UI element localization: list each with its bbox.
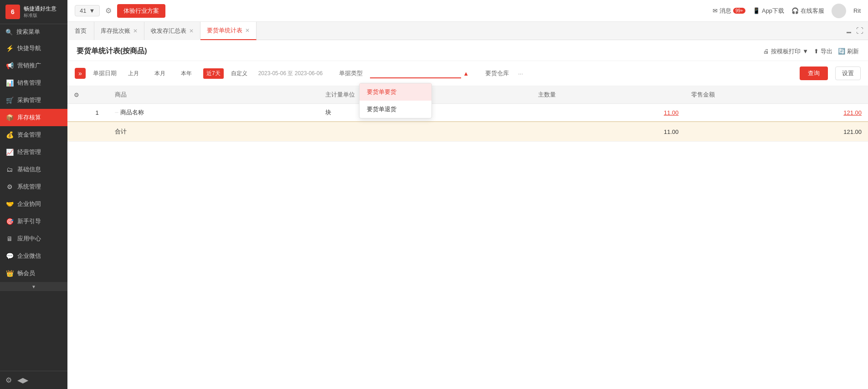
refresh-button[interactable]: 🔄 刷新 <box>838 47 859 56</box>
footer-label: 合计 <box>108 122 319 142</box>
td-empty <box>67 104 86 122</box>
sidebar-item-label: 企业协同 <box>17 200 41 208</box>
tab-receipts-summary-label: 收发存汇总表 <box>151 27 186 35</box>
app-download-label: App下载 <box>762 7 784 15</box>
th-seq <box>86 86 108 104</box>
sidebar-item-operation[interactable]: 📈 经营管理 <box>0 143 67 161</box>
print-dropdown-icon: ▼ <box>802 48 808 55</box>
sidebar-item-label: 经营管理 <box>17 148 41 156</box>
vip-icon: 👑 <box>5 270 14 277</box>
topbar-right: ✉ 消息 99+ 📱 App下载 🎧 在线客服 Rit <box>713 4 861 18</box>
settings-footer-icon[interactable]: ⚙ <box>5 376 12 384</box>
sidebar-item-vip[interactable]: 👑 畅会员 <box>0 265 67 282</box>
trial-industry-button[interactable]: 体验行业方案 <box>117 4 165 18</box>
query-button[interactable]: 查询 <box>800 67 828 80</box>
last-7-days-btn[interactable]: 近7天 <box>203 68 224 79</box>
cooperation-icon: 🤝 <box>5 200 14 208</box>
sidebar-item-label: 资金管理 <box>17 131 41 139</box>
tab-order-summary[interactable]: 要货单统计表 ✕ <box>200 22 257 40</box>
amount-link[interactable]: 121.00 <box>843 109 862 116</box>
this-year-btn[interactable]: 本年 <box>177 68 196 79</box>
sidebar-item-finance[interactable]: 💰 资金管理 <box>0 126 67 143</box>
sidebar-item-label: 企业微信 <box>17 252 41 260</box>
tab-receipts-summary-close[interactable]: ✕ <box>189 28 194 34</box>
sidebar-footer: ⚙ ◀▶ <box>0 371 67 389</box>
quantity-link[interactable]: 11.00 <box>664 109 679 116</box>
sidebar-item-appstore[interactable]: 🖥 应用中心 <box>0 230 67 247</box>
th-amount: 零售金额 <box>685 86 868 104</box>
sidebar-item-cooperation[interactable]: 🤝 企业协同 <box>0 195 67 213</box>
type-dropdown-icon[interactable]: ▲ <box>463 70 469 77</box>
sidebar-scroll-down[interactable]: ▼ <box>0 282 67 291</box>
tab-order-summary-close[interactable]: ✕ <box>245 27 250 34</box>
appstore-icon: 🖥 <box>5 235 14 242</box>
table-header: ⚙ 商品 主计量单位 主数量 零售金额 <box>67 86 868 104</box>
refresh-label: 刷新 <box>847 47 859 56</box>
brand-name: 畅捷通好生意 <box>24 5 56 13</box>
filter-area: » 单据日期 上月 本月 本年 近7天 自定义 2023-05-06 至 202… <box>67 61 868 86</box>
date-label: 单据日期 <box>93 69 117 77</box>
dropdown-item-purchase-order[interactable]: 要货单要货 <box>360 83 431 101</box>
sidebar: 6 畅捷通好生意 标准版 🔍 搜索菜单 ⚡ 快捷导航 📢 营销推广 📊 销售管理… <box>0 0 67 389</box>
this-month-btn[interactable]: 本月 <box>150 68 169 79</box>
filter-row: » 单据日期 上月 本月 本年 近7天 自定义 2023-05-06 至 202… <box>75 67 861 80</box>
tab-inventory-batch[interactable]: 库存批次账 ✕ <box>94 22 144 40</box>
sidebar-item-purchase[interactable]: 🛒 采购管理 <box>0 92 67 109</box>
search-menu-label: 搜索菜单 <box>16 28 40 36</box>
tabs-minimize-icon[interactable]: 🗕 <box>845 27 853 35</box>
sidebar-item-label: 畅会员 <box>17 269 35 277</box>
tab-receipts-summary[interactable]: 收发存汇总表 ✕ <box>144 22 200 40</box>
sidebar-item-inventory[interactable]: 📦 库存核算 <box>0 109 67 126</box>
message-button[interactable]: ✉ 消息 99+ <box>713 7 745 15</box>
sidebar-item-quick-nav[interactable]: ⚡ 快捷导航 <box>0 40 67 57</box>
filter-expand-button[interactable]: » <box>75 68 86 79</box>
tabs-maximize-icon[interactable]: ⛶ <box>856 27 863 35</box>
sidebar-item-sales[interactable]: 📊 销售管理 <box>0 74 67 92</box>
export-label: 导出 <box>821 47 832 56</box>
date-range-display: 2023-05-06 至 2023-06-06 <box>258 70 323 77</box>
custom-date-btn[interactable]: 自定义 <box>231 70 247 77</box>
tab-inventory-batch-close[interactable]: ✕ <box>133 28 138 34</box>
td-quantity: 11.00 <box>532 104 685 122</box>
search-icon: 🔍 <box>5 29 13 36</box>
product-cell: 商品名称 <box>115 108 313 117</box>
warehouse-more-icon[interactable]: ··· <box>518 70 523 77</box>
sidebar-item-guide[interactable]: 🎯 新手引导 <box>0 213 67 230</box>
dropdown-item-purchase-return[interactable]: 要货单退货 <box>360 101 431 118</box>
print-label: 按模板打印 <box>771 47 801 56</box>
tab-home[interactable]: 首页 <box>67 22 94 40</box>
type-input-wrap: ▲ <box>370 69 469 78</box>
service-icon: 🎧 <box>791 7 799 14</box>
export-button[interactable]: ⬆ 导出 <box>814 47 832 56</box>
sidebar-item-basic[interactable]: 🗂 基础信息 <box>0 161 67 178</box>
tab-order-summary-label: 要货单统计表 <box>207 26 242 35</box>
td-amount: 121.00 <box>685 104 868 122</box>
type-input[interactable] <box>370 69 461 78</box>
online-service-button[interactable]: 🎧 在线客服 <box>791 7 824 15</box>
store-selector[interactable]: 41 ▼ <box>75 5 100 16</box>
footer-amount: 121.00 <box>685 122 868 142</box>
footer-empty-2 <box>86 122 108 142</box>
sidebar-item-marketing[interactable]: 📢 营销推广 <box>0 57 67 74</box>
sidebar-item-system[interactable]: ⚙ 系统管理 <box>0 178 67 195</box>
table-footer: 合计 11.00 121.00 <box>67 122 868 142</box>
sales-icon: 📊 <box>5 79 14 87</box>
product-tag <box>115 112 118 113</box>
th-product: 商品 <box>108 86 319 104</box>
settings-button[interactable]: 设置 <box>835 67 861 80</box>
page-actions: 🖨 按模板打印 ▼ ⬆ 导出 🔄 刷新 <box>763 47 859 56</box>
last-month-btn[interactable]: 上月 <box>124 68 143 79</box>
settings-gear-icon[interactable]: ⚙ <box>105 6 112 15</box>
sidebar-item-wechat[interactable]: 💬 企业微信 <box>0 247 67 265</box>
print-template-button[interactable]: 🖨 按模板打印 ▼ <box>763 47 808 56</box>
topbar: 41 ▼ ⚙ 体验行业方案 ✉ 消息 99+ 📱 App下载 🎧 在线客服 Ri… <box>67 0 868 22</box>
user-avatar[interactable] <box>832 4 846 18</box>
message-badge: 99+ <box>733 8 745 14</box>
marketing-icon: 📢 <box>5 62 14 69</box>
tab-home-label: 首页 <box>75 27 87 35</box>
th-settings[interactable]: ⚙ <box>67 86 86 104</box>
app-download-button[interactable]: 📱 App下载 <box>753 7 784 15</box>
page-content: 要货单统计表(按商品) 🖨 按模板打印 ▼ ⬆ 导出 🔄 刷新 <box>67 40 868 389</box>
collapse-footer-icon[interactable]: ◀▶ <box>17 376 28 384</box>
search-menu[interactable]: 🔍 搜索菜单 <box>0 24 67 40</box>
